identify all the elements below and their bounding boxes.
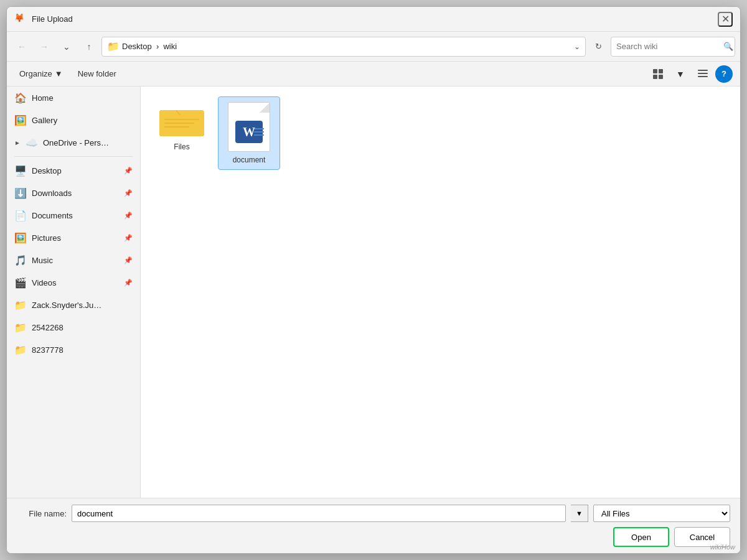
word-badge: W <box>235 121 263 143</box>
folder-2542268-icon: 📁 <box>14 322 27 334</box>
sidebar-downloads-label: Downloads <box>32 189 72 198</box>
folder-icon: 📁 <box>107 40 120 52</box>
forward-button[interactable]: → <box>34 37 54 57</box>
folder-icon-files <box>159 101 204 139</box>
svg-rect-9 <box>164 119 199 120</box>
pictures-icon: 🖼️ <box>14 232 27 244</box>
back-button[interactable]: ← <box>12 37 32 57</box>
sidebar-item-music[interactable]: 🎵 Music 📌 <box>7 249 140 271</box>
file-item-document[interactable]: W document <box>218 96 280 170</box>
svg-rect-5 <box>698 73 708 74</box>
onedrive-icon: ☁️ <box>26 137 38 149</box>
filename-row: File name: ▼ All Files Word Documents (*… <box>17 505 730 522</box>
pictures-pin-icon: 📌 <box>124 234 133 242</box>
desktop-pin-icon: 📌 <box>124 167 133 175</box>
sidebar-videos-label: Videos <box>32 278 57 287</box>
svg-rect-11 <box>164 126 189 128</box>
close-button[interactable]: ✕ <box>718 12 733 27</box>
toolbar: Organize ▼ New folder ▼ <box>7 62 740 86</box>
documents-icon: 📄 <box>14 210 27 222</box>
organize-button[interactable]: Organize ▼ <box>14 65 68 83</box>
desktop-icon: 🖥️ <box>14 165 27 177</box>
file-area: Files W <box>141 86 740 498</box>
onedrive-expand-icon: ► <box>14 139 21 146</box>
sidebar-item-onedrive[interactable]: ► ☁️ OneDrive - Pers… <box>7 131 140 154</box>
sidebar-zack-label: Zack.Snyder's.Ju… <box>32 301 101 310</box>
toolbar-right: ▼ ? <box>648 65 733 83</box>
title-bar: 🦊 File Upload ✕ <box>7 7 740 32</box>
view-dropdown-button[interactable]: ▼ <box>670 65 690 83</box>
sidebar-gallery-label: Gallery <box>32 116 57 125</box>
sidebar-item-desktop[interactable]: 🖥️ Desktop 📌 <box>7 159 140 182</box>
videos-icon: 🎬 <box>14 277 27 289</box>
organize-label: Organize <box>19 69 52 78</box>
svg-rect-6 <box>698 76 708 77</box>
up-button[interactable]: ↑ <box>79 37 99 57</box>
files-folder-name: Files <box>174 142 189 151</box>
address-bar[interactable]: 📁 Desktop › wiki ⌄ <box>101 37 586 57</box>
svg-rect-2 <box>653 75 657 79</box>
details-view-button[interactable] <box>693 65 713 83</box>
svg-rect-0 <box>653 69 657 73</box>
file-upload-dialog: 🦊 File Upload ✕ ← → ⌄ ↑ 📁 Desktop › wiki… <box>6 6 741 554</box>
new-folder-button[interactable]: New folder <box>73 65 121 83</box>
sidebar-item-pictures[interactable]: 🖼️ Pictures 📌 <box>7 226 140 249</box>
word-line-2 <box>254 131 264 133</box>
word-line-1 <box>254 128 264 129</box>
view-options-button[interactable] <box>648 65 668 83</box>
sidebar-home-label: Home <box>32 93 54 103</box>
folder-8237778-icon: 📁 <box>14 344 27 356</box>
sidebar-item-8237778[interactable]: 📁 8237778 <box>7 338 140 361</box>
address-chevron-icon: ⌄ <box>574 42 580 51</box>
sidebar-item-documents[interactable]: 📄 Documents 📌 <box>7 204 140 226</box>
sidebar-item-zack[interactable]: 📁 Zack.Snyder's.Ju… <box>7 294 140 316</box>
music-icon: 🎵 <box>14 254 27 266</box>
svg-rect-4 <box>698 70 708 71</box>
sidebar-item-videos[interactable]: 🎬 Videos 📌 <box>7 271 140 294</box>
dialog-title: File Upload <box>32 14 713 24</box>
organize-chevron-icon: ▼ <box>55 69 63 78</box>
nav-bar: ← → ⌄ ↑ 📁 Desktop › wiki ⌄ ↻ 🔍 <box>7 32 740 62</box>
address-path: Desktop › wiki <box>122 42 177 51</box>
search-input[interactable] <box>616 42 721 51</box>
word-document-icon: W <box>228 102 270 152</box>
sidebar-8237778-label: 8237778 <box>32 345 63 355</box>
document-file-name: document <box>233 156 266 164</box>
sidebar-documents-label: Documents <box>32 211 73 220</box>
filename-input[interactable] <box>72 505 566 522</box>
documents-pin-icon: 📌 <box>124 212 133 220</box>
doc-corner <box>260 103 270 113</box>
help-button[interactable]: ? <box>715 65 733 83</box>
sidebar-divider-1 <box>14 156 133 157</box>
sidebar-onedrive-label: OneDrive - Pers… <box>43 138 109 147</box>
firefox-icon: 🦊 <box>14 13 27 26</box>
file-item-files-folder[interactable]: Files <box>151 96 213 170</box>
sidebar-item-downloads[interactable]: ⬇️ Downloads 📌 <box>7 182 140 204</box>
filename-label: File name: <box>17 509 67 518</box>
filename-dropdown-button[interactable]: ▼ <box>571 505 588 522</box>
search-icon: 🔍 <box>723 42 733 51</box>
videos-pin-icon: 📌 <box>124 279 133 287</box>
bottom-bar: File name: ▼ All Files Word Documents (*… <box>7 498 740 553</box>
sidebar-item-home[interactable]: 🏠 Home <box>7 86 140 109</box>
gallery-icon: 🖼️ <box>14 114 27 126</box>
open-button[interactable]: Open <box>613 527 669 547</box>
search-box[interactable]: 🔍 <box>611 37 735 57</box>
filetype-select[interactable]: All Files Word Documents (*.docx) Text F… <box>593 505 730 522</box>
new-folder-label: New folder <box>78 69 116 78</box>
sidebar-item-gallery[interactable]: 🖼️ Gallery <box>7 109 140 131</box>
sidebar-item-2542268[interactable]: 📁 2542268 <box>7 316 140 338</box>
home-icon: 🏠 <box>14 92 27 104</box>
word-line-3 <box>254 134 264 136</box>
dropdown-button[interactable]: ⌄ <box>57 37 77 57</box>
action-row: Open Cancel <box>17 527 730 547</box>
sidebar-desktop-label: Desktop <box>32 166 62 175</box>
downloads-icon: ⬇️ <box>14 187 27 199</box>
sidebar-pictures-label: Pictures <box>32 233 61 243</box>
refresh-button[interactable]: ↻ <box>588 37 608 57</box>
sidebar: 🏠 Home 🖼️ Gallery ► ☁️ OneDrive - Pers… … <box>7 86 141 498</box>
svg-rect-10 <box>164 123 194 124</box>
svg-rect-3 <box>659 75 663 79</box>
zack-folder-icon: 📁 <box>14 299 27 311</box>
music-pin-icon: 📌 <box>124 256 133 264</box>
